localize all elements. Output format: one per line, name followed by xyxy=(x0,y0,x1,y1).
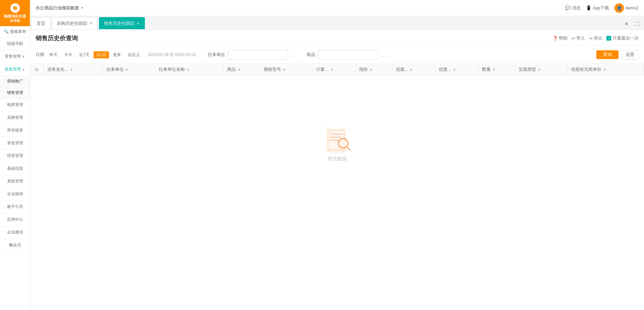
sidebar-item-label: 销售管理 xyxy=(7,90,23,95)
help-btn[interactable]: ❓ 帮助 xyxy=(552,35,568,41)
close-icon[interactable]: ✕ xyxy=(137,21,140,26)
message-btn[interactable]: 💬 消息 xyxy=(565,5,581,11)
close-icon[interactable]: ✕ xyxy=(89,21,93,26)
expand-btn[interactable]: ⛶ xyxy=(633,20,641,28)
col-biz-date[interactable]: 业务发生... xyxy=(44,64,103,75)
close-tab-btn[interactable]: ✕ xyxy=(623,20,631,28)
col-notax-price[interactable]: 优惠前无税单价 xyxy=(568,64,644,75)
sidebar-item-inventory[interactable]: 库存核算 xyxy=(0,124,30,137)
sort-up-icon xyxy=(453,68,455,69)
svg-point-7 xyxy=(340,140,346,146)
sidebar-item-guide[interactable]: 新手引导 xyxy=(0,201,30,213)
col-discount2[interactable]: 优惠... xyxy=(435,64,479,75)
page-header-actions: ❓ 帮助 ↩ 导入 ↪ 导出 ✓ 只看最后一次 xyxy=(552,35,639,41)
partner-filter-group: 往来单位 ... xyxy=(208,50,294,59)
sidebar-item-quick-nav[interactable]: 快捷导航 xyxy=(0,38,30,50)
sidebar-item-marketing[interactable]: 营销推广 xyxy=(0,76,30,87)
sidebar-item-wechat[interactable]: 企业微信 xyxy=(0,226,30,239)
sidebar-item-vip[interactable]: 畅会员 xyxy=(0,239,30,252)
col-notax-price-label: 优惠前无税单价 xyxy=(571,67,601,72)
empty-row: ✦ ✦ ✦ 暂无数据 xyxy=(30,75,644,209)
table-header: ⚙ 业务发生... 往来单位 xyxy=(30,64,644,75)
col-goods-label: 商品 xyxy=(227,67,236,72)
tab-sales[interactable]: 销售历史价跟踪 ✕ xyxy=(99,17,145,29)
sidebar-item-label: 营销推广 xyxy=(7,79,23,84)
col-goods[interactable]: 商品 xyxy=(223,64,260,75)
message-label: 消息 xyxy=(572,5,581,11)
tab-home[interactable]: 首页 xyxy=(32,17,50,29)
sidebar-item-system[interactable]: 系统管理 xyxy=(0,175,30,188)
col-spec[interactable]: 规格型号 xyxy=(260,64,312,75)
goods-filter-group: 商品 ... xyxy=(307,50,385,59)
sidebar-item-label: 零售管理 xyxy=(5,54,21,59)
sort-down-icon xyxy=(493,70,495,71)
company-name: 办公用品行业模拟账套 xyxy=(36,5,79,11)
col-partner-name[interactable]: 往来单位名称 xyxy=(155,64,224,75)
col-discount2-label: 优惠... xyxy=(439,67,451,72)
date-today[interactable]: 今天 xyxy=(62,51,75,58)
col-partner-code[interactable]: 往来单位 xyxy=(103,64,155,75)
partner-picker-btn[interactable]: ... xyxy=(291,52,294,57)
col-qty-label: 数量 xyxy=(482,67,491,72)
help-icon: ❓ xyxy=(552,36,558,41)
settings-button[interactable]: 设置 xyxy=(621,50,639,59)
search-menu[interactable]: 🔍 搜索菜单 xyxy=(0,26,30,38)
sidebar-item-ecommerce[interactable]: 电商管理 xyxy=(0,99,30,111)
query-button[interactable]: 查询 xyxy=(596,50,619,59)
sort-up-icon xyxy=(126,68,128,69)
sidebar-item-wholesale[interactable]: 批发管理 ▲ xyxy=(0,63,30,76)
app-download-btn[interactable]: 📱 App下载 xyxy=(586,5,609,11)
partner-input[interactable] xyxy=(228,50,288,59)
empty-illustration: ✦ ✦ ✦ xyxy=(320,122,354,156)
col-trade-type-label: 交易类型 xyxy=(519,67,536,72)
col-price[interactable]: 报价 xyxy=(356,64,392,75)
date-custom[interactable]: 自定义 xyxy=(125,51,143,58)
help-label: 帮助 xyxy=(559,35,568,41)
sidebar-item-finance[interactable]: 资金管理 xyxy=(0,137,30,150)
date-1month[interactable]: 近1月 xyxy=(94,51,109,58)
sort-arrows xyxy=(331,68,333,71)
import-icon: ↩ xyxy=(572,36,575,41)
sidebar-item-label: 经营管理 xyxy=(7,153,23,158)
sort-up-icon xyxy=(538,68,540,69)
goods-input[interactable] xyxy=(318,50,378,59)
tab-purchase[interactable]: 采购历史价跟踪 ✕ xyxy=(52,17,98,29)
date-more[interactable]: 更多 xyxy=(110,51,124,58)
only-last-checkbox[interactable]: ✓ 只看最后一次 xyxy=(606,35,639,41)
search-label: 搜索菜单 xyxy=(10,29,26,34)
col-unit[interactable]: 计量... xyxy=(313,64,356,75)
export-btn[interactable]: ↪ 导出 xyxy=(589,35,602,41)
sort-arrows xyxy=(453,68,455,71)
sidebar-item-app-center[interactable]: 应用中心 xyxy=(0,213,30,226)
sort-down-icon xyxy=(238,70,240,71)
sidebar-item-purchase[interactable]: 采购管理 xyxy=(0,111,30,124)
sidebar-item-retail[interactable]: 零售管理 ▼ xyxy=(0,50,30,63)
col-discount1[interactable]: 优惠... xyxy=(392,64,435,75)
user-menu[interactable]: 👤 demo2 xyxy=(614,3,639,13)
goods-picker-btn[interactable]: ... xyxy=(381,52,385,57)
sidebar-item-sales-mgmt[interactable]: 销售管理 xyxy=(0,87,30,99)
sidebar-item-label: 系统管理 xyxy=(7,179,23,184)
sort-down-icon xyxy=(70,70,72,71)
gear-icon[interactable]: ⚙ xyxy=(35,67,39,72)
col-qty[interactable]: 数量 xyxy=(479,64,515,75)
sort-arrows xyxy=(604,68,606,71)
tab-home-label: 首页 xyxy=(37,20,45,27)
import-btn[interactable]: ↩ 导入 xyxy=(572,35,585,41)
sidebar-item-label: 新手引导 xyxy=(7,204,23,209)
app-subtitle: 标准版 xyxy=(10,18,20,23)
sort-arrows xyxy=(70,68,72,71)
sidebar-item-basic-info[interactable]: 基础信息 xyxy=(0,162,30,175)
company-selector[interactable]: 办公用品行业模拟账套 ▼ xyxy=(36,5,84,11)
col-unit-label: 计量... xyxy=(316,67,328,72)
date-label: 日期 xyxy=(36,52,44,58)
sidebar-item-operations[interactable]: 经营管理 xyxy=(0,150,30,162)
sort-down-icon xyxy=(538,70,540,71)
col-trade-type[interactable]: 交易类型 xyxy=(515,64,567,75)
search-icon: 🔍 xyxy=(4,29,9,34)
date-7days[interactable]: 近7天 xyxy=(76,51,92,58)
sidebar-item-collab[interactable]: 企业协同 xyxy=(0,188,30,201)
col-partner-code-label: 往来单位 xyxy=(106,67,124,72)
sort-down-icon xyxy=(187,70,189,71)
date-yesterday[interactable]: 昨天 xyxy=(47,51,60,58)
